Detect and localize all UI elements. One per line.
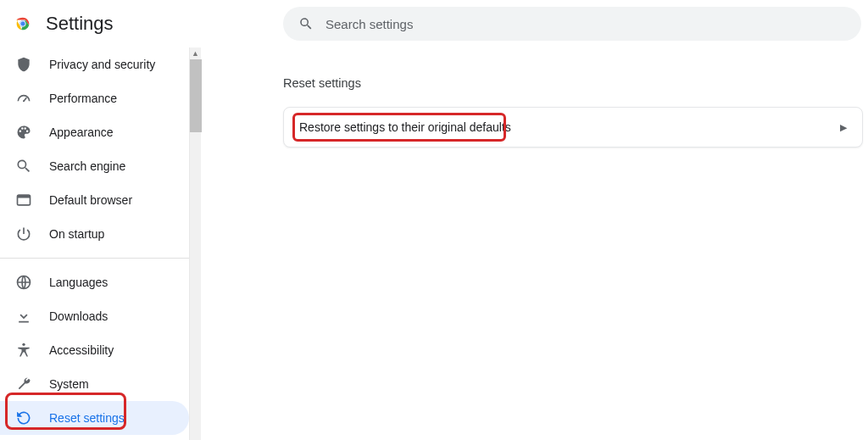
sidebar-divider xyxy=(0,258,201,259)
reset-settings-section: Reset settings Restore settings to their… xyxy=(283,76,863,148)
search-input[interactable] xyxy=(326,17,846,31)
sidebar-item-on-startup[interactable]: On startup xyxy=(0,217,189,251)
sidebar-item-label: Languages xyxy=(49,276,108,289)
accessibility-icon xyxy=(15,342,32,359)
palette-icon xyxy=(15,124,32,141)
sidebar-item-languages[interactable]: Languages xyxy=(0,265,189,299)
sidebar-item-label: System xyxy=(49,377,89,391)
restore-defaults-row[interactable]: Restore settings to their original defau… xyxy=(283,107,863,148)
scrollbar-thumb[interactable] xyxy=(190,59,202,132)
section-title: Reset settings xyxy=(283,76,863,90)
svg-point-3 xyxy=(23,100,25,102)
sidebar-item-label: Privacy and security xyxy=(49,58,155,71)
search-icon xyxy=(298,16,314,31)
power-icon xyxy=(15,226,32,242)
sidebar-item-accessibility[interactable]: Accessibility xyxy=(0,333,189,367)
sidebar: Settings Privacy and security Performanc… xyxy=(0,0,202,440)
download-icon xyxy=(15,308,32,325)
scrollbar-up-icon[interactable]: ▲ xyxy=(190,47,201,59)
sidebar-item-label: Search engine xyxy=(49,159,125,173)
reset-icon xyxy=(15,409,32,426)
search-icon xyxy=(15,158,32,175)
main-content: Reset settings Restore settings to their… xyxy=(202,0,868,440)
sidebar-item-label: Reset settings xyxy=(49,411,125,425)
sidebar-item-label: Performance xyxy=(49,92,117,105)
shield-icon xyxy=(15,56,32,73)
sidebar-item-default-browser[interactable]: Default browser xyxy=(0,183,189,217)
sidebar-item-label: Downloads xyxy=(49,309,108,323)
speedometer-icon xyxy=(15,90,32,107)
sidebar-header: Settings xyxy=(0,0,201,47)
card-label: Restore settings to their original defau… xyxy=(299,120,511,134)
wrench-icon xyxy=(15,376,32,393)
sidebar-item-label: On startup xyxy=(49,227,104,241)
settings-search-bar[interactable] xyxy=(283,7,861,41)
svg-rect-5 xyxy=(18,195,31,198)
sidebar-item-performance[interactable]: Performance xyxy=(0,81,189,115)
chrome-logo-icon xyxy=(14,14,32,33)
sidebar-scrollbar[interactable]: ▲ xyxy=(189,47,201,440)
nav-group-2: Languages Downloads Accessibility System xyxy=(0,265,201,435)
svg-point-7 xyxy=(22,343,25,346)
globe-icon xyxy=(15,274,32,291)
sidebar-item-downloads[interactable]: Downloads xyxy=(0,299,189,333)
sidebar-item-privacy-security[interactable]: Privacy and security xyxy=(0,47,189,81)
sidebar-item-appearance[interactable]: Appearance xyxy=(0,115,189,149)
chevron-right-icon: ▶ xyxy=(840,122,847,133)
page-title: Settings xyxy=(46,13,114,35)
sidebar-item-system[interactable]: System xyxy=(0,367,189,401)
sidebar-item-label: Accessibility xyxy=(49,343,114,357)
sidebar-item-reset-settings[interactable]: Reset settings xyxy=(0,401,189,435)
nav-group-1: Privacy and security Performance Appeara… xyxy=(0,47,201,251)
sidebar-item-search-engine[interactable]: Search engine xyxy=(0,149,189,183)
browser-icon xyxy=(15,192,32,209)
sidebar-item-label: Default browser xyxy=(49,193,132,207)
sidebar-item-label: Appearance xyxy=(49,125,114,139)
